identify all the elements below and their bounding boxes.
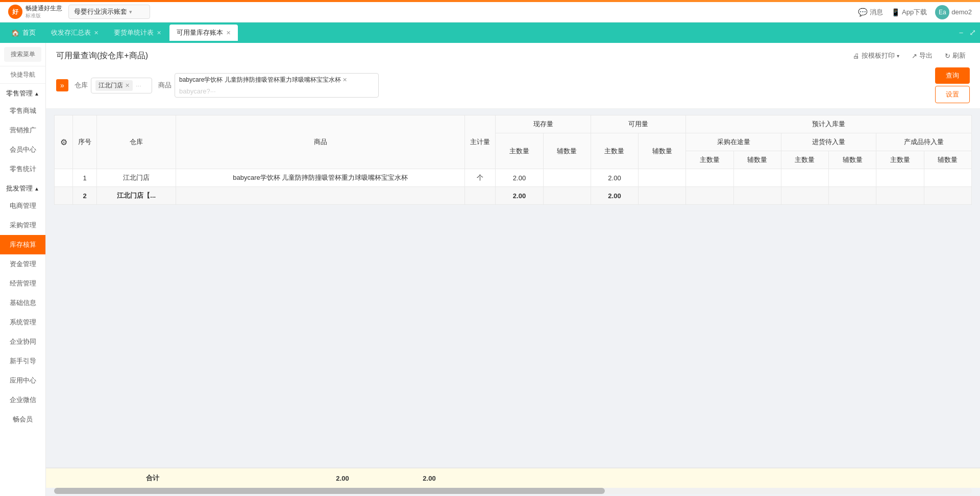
chevron-icon2: ▲ [34, 186, 39, 192]
sidebar-item-member-center[interactable]: 会员中心 [0, 140, 45, 159]
filter-toggle-btn[interactable]: » [56, 79, 68, 91]
main-layout: 搜索菜单 快捷导航 零售管理 ▲ 零售商城 营销推广 会员中心 零售统计 批发管… [0, 43, 980, 496]
home-icon: 🏠 [11, 29, 19, 37]
refresh-btn[interactable]: ↻ 刷新 [941, 49, 970, 62]
username: demo2 [951, 8, 972, 16]
row1-current-main: 2.00 [496, 169, 543, 187]
avatar-text: Ea [939, 9, 946, 16]
product-filter-input[interactable]: babycare学饮杯 儿童防摔防撞吸管杯重力球吸嘴杯宝宝水杯 ✕ babyca… [175, 73, 379, 98]
th-avail-sub: 辅数量 [639, 133, 686, 169]
sidebar-item-retail-stats[interactable]: 零售统计 [0, 159, 45, 179]
user-profile[interactable]: Ea demo2 [935, 5, 972, 19]
warehouse-tag-jiangbei: 江北门店 ✕ [95, 80, 133, 91]
settings-button[interactable]: 设置 [935, 86, 970, 103]
row2-current-main: 2.00 [496, 187, 543, 205]
sidebar-item-finance[interactable]: 资金管理 [0, 254, 45, 274]
th-purchase-transit: 采购在途量 [686, 133, 781, 151]
query-button[interactable]: 查询 [935, 67, 970, 84]
tab-available-inventory[interactable]: 可用量库存账本 ✕ [169, 25, 238, 41]
horizontal-scrollbar[interactable] [54, 488, 605, 494]
sidebar-item-inventory-check[interactable]: 库存核算 [0, 235, 45, 254]
quick-nav-btn[interactable]: 快捷导航 [0, 66, 45, 84]
sidebar-item-retail-management[interactable]: 零售管理 ▲ [0, 84, 45, 101]
sidebar-search-area: 搜索菜单 [0, 43, 45, 66]
tab-receive-close[interactable]: ✕ [94, 30, 99, 36]
tab-order-close[interactable]: ✕ [157, 30, 161, 36]
warehouse-filter-group: 仓库 江北门店 ✕ ··· [75, 78, 152, 93]
th-pp-sub: 辅数量 [829, 151, 876, 169]
product-tag-1: babycare学饮杯 儿童防摔防撞吸管杯重力球吸嘴杯宝宝水杯 ✕ [179, 76, 347, 84]
sidebar-item-basic-info[interactable]: 基础信息 [0, 293, 45, 313]
search-menu-btn[interactable]: 搜索菜单 [4, 47, 41, 62]
retail-management-label: 零售管理 [6, 89, 33, 98]
th-pt-sub: 辅数量 [733, 151, 781, 169]
sidebar-item-purchase[interactable]: 采购管理 [0, 216, 45, 235]
row2-warehouse: 江北门店【... [97, 187, 176, 205]
row2-pt-main [686, 187, 733, 205]
row1-pp-main [781, 169, 828, 187]
row1-product: babycare学饮杯 儿童防摔防撞吸管杯重力球吸嘴杯宝宝水杯 [176, 169, 465, 187]
chevron-down-icon2: ▾ [897, 53, 899, 59]
sidebar-item-retail-mall[interactable]: 零售商城 [0, 101, 45, 121]
tab-available-label: 可用量库存账本 [177, 28, 223, 37]
warehouse-tag-close[interactable]: ✕ [125, 82, 130, 89]
warehouse-tag-text: 江北门店 [99, 81, 123, 90]
row1-settings [55, 169, 73, 187]
refresh-icon: ↻ [945, 52, 950, 60]
sidebar-item-marketing[interactable]: 营销推广 [0, 121, 45, 140]
row1-prp-sub [924, 169, 971, 187]
th-unit: 主计量 [465, 115, 496, 169]
print-template-btn[interactable]: 🖨 按模板打印 ▾ [849, 49, 903, 62]
top-bar-right: 💬 消息 📱 App下载 Ea demo2 [858, 5, 972, 19]
row2-unit [465, 187, 496, 205]
table-row: 2 江北门店【... 2.00 2.00 [55, 187, 972, 205]
warehouse-filter-label: 仓库 [75, 81, 88, 90]
row2-avail-sub [639, 187, 686, 205]
sidebar-item-wholesale-management[interactable]: 批发管理 ▲ [0, 179, 45, 196]
row1-current-sub [543, 169, 591, 187]
th-pp-main: 主数量 [781, 151, 828, 169]
app-download-btn[interactable]: 📱 App下载 [891, 8, 927, 17]
export-btn[interactable]: ↗ 导出 [908, 49, 937, 62]
th-warehouse: 仓库 [97, 115, 176, 169]
sidebar-item-enterprise[interactable]: 企业协同 [0, 332, 45, 351]
filter-bar: » 仓库 江北门店 ✕ ··· 商品 babycare学饮杯 儿童防摔防撞吸管杯… [46, 62, 980, 109]
industry-selector[interactable]: 母婴行业演示账套 ▾ [68, 5, 150, 19]
footer-avail-main: 2.00 [406, 475, 452, 482]
print-icon: 🖨 [853, 52, 860, 60]
table-row: 1 江北门店 babycare学饮杯 儿童防摔防撞吸管杯重力球吸嘴杯宝宝水杯 个… [55, 169, 972, 187]
sidebar-item-ecommerce[interactable]: 电商管理 [0, 196, 45, 216]
th-avail-main: 主数量 [591, 133, 638, 169]
row1-avail-main: 2.00 [591, 169, 638, 187]
th-product-pending: 产成品待入量 [876, 133, 972, 151]
tab-available-close[interactable]: ✕ [226, 30, 231, 36]
footer-label: 合计 [146, 474, 289, 483]
message-btn[interactable]: 💬 消息 [858, 8, 883, 17]
row2-prp-sub [924, 187, 971, 205]
row1-avail-sub [639, 169, 686, 187]
sidebar-item-wechat[interactable]: 企业微信 [0, 390, 45, 410]
th-settings-icon[interactable]: ⚙ [55, 115, 73, 169]
sidebar-item-tutorial[interactable]: 新手引导 [0, 351, 45, 371]
industry-selector-label: 母婴行业演示账套 [74, 7, 127, 16]
tab-order-label: 要货单统计表 [114, 28, 154, 37]
top-bar: 好 畅捷通好生意 标准版 母婴行业演示账套 ▾ 💬 消息 📱 App下载 Ea … [0, 2, 980, 22]
sidebar-item-operations[interactable]: 经营管理 [0, 274, 45, 293]
minimize-btn[interactable]: － [957, 28, 965, 38]
tab-order-stats[interactable]: 要货单统计表 ✕ [107, 25, 168, 41]
chevron-icon: ▲ [34, 91, 39, 97]
sidebar-item-member[interactable]: 畅会员 [0, 410, 45, 429]
row2-pp-main [781, 187, 828, 205]
th-current-main: 主数量 [496, 133, 543, 169]
app-name: 畅捷通好生意 [26, 5, 62, 12]
th-product: 商品 [176, 115, 465, 169]
tab-home[interactable]: 🏠 首页 [4, 25, 43, 41]
warehouse-filter-input[interactable]: 江北门店 ✕ ··· [91, 78, 152, 93]
maximize-btn[interactable]: ⤢ [969, 28, 976, 38]
sidebar-item-app-center[interactable]: 应用中心 [0, 371, 45, 390]
sidebar-item-system[interactable]: 系统管理 [0, 313, 45, 332]
app-subtitle: 标准版 [26, 12, 62, 19]
phone-icon: 📱 [891, 8, 900, 16]
tab-receive-summary[interactable]: 收发存汇总表 ✕ [44, 25, 106, 41]
product-tag-1-close[interactable]: ✕ [342, 77, 347, 83]
